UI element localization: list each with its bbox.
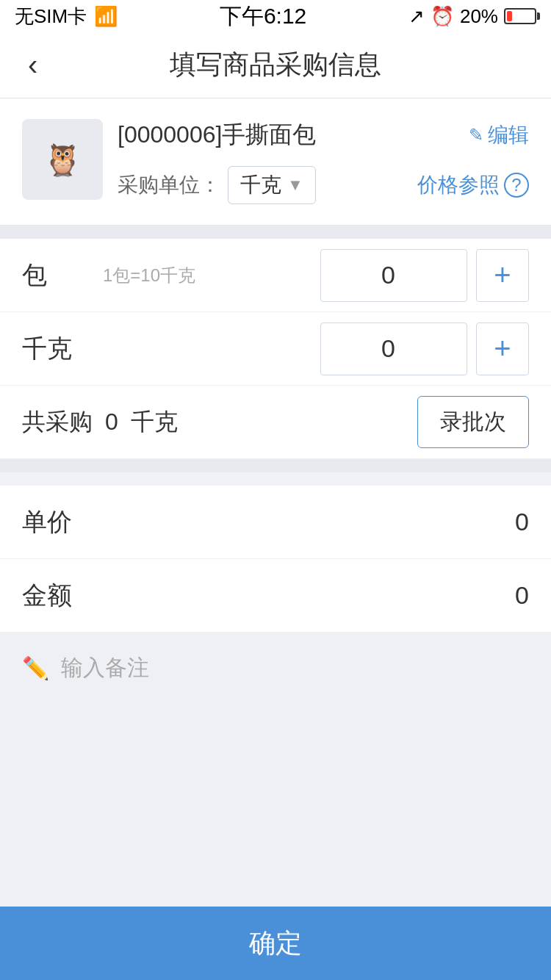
package-plus-button[interactable]: + bbox=[476, 249, 529, 302]
battery-icon bbox=[504, 8, 536, 24]
unit-value: 千克 bbox=[240, 171, 281, 199]
price-reference-button[interactable]: 价格参照 ? bbox=[417, 171, 529, 199]
time-display: 下午6:12 bbox=[220, 1, 306, 32]
product-thumbnail: 🦉 bbox=[22, 119, 103, 200]
edit-label: 编辑 bbox=[488, 121, 529, 149]
confirm-button[interactable]: 确定 bbox=[0, 907, 551, 980]
back-button[interactable]: ‹ bbox=[21, 41, 45, 89]
package-qty-box: + bbox=[320, 249, 529, 302]
notes-section[interactable]: ✏️ 输入备注 bbox=[0, 633, 551, 704]
product-card: 🦉 [0000006]手撕面包 ✎ 编辑 采购单位： 千克 ▼ 价格参照 ? bbox=[0, 98, 551, 226]
status-right: ↗ ⏰ 20% bbox=[408, 5, 536, 28]
amount-label: 金额 bbox=[22, 579, 72, 613]
package-qty-input[interactable] bbox=[320, 249, 467, 302]
kg-input-row: 千克 + bbox=[0, 312, 551, 386]
notes-pencil-icon: ✏️ bbox=[22, 655, 49, 681]
kg-qty-box: + bbox=[320, 323, 529, 375]
purchase-unit-row: 采购单位： 千克 ▼ 价格参照 ? bbox=[118, 166, 529, 204]
product-logo-icon: 🦉 bbox=[43, 142, 82, 178]
kg-qty-input[interactable] bbox=[320, 323, 467, 375]
total-row: 共采购 0 千克 录批次 bbox=[0, 386, 551, 459]
wifi-icon: 📶 bbox=[94, 5, 118, 28]
package-hint: 1包=10千克 bbox=[103, 264, 195, 287]
page-title: 填写商品采购信息 bbox=[170, 47, 381, 83]
total-value: 0 bbox=[105, 408, 118, 435]
unit-select-dropdown[interactable]: 千克 ▼ bbox=[228, 166, 316, 204]
battery-percent: 20% bbox=[460, 5, 498, 28]
bottom-spacer bbox=[0, 704, 551, 936]
price-ref-question-icon: ? bbox=[504, 173, 529, 198]
carrier-label: 无SIM卡 bbox=[15, 4, 87, 29]
package-label: 包 bbox=[22, 259, 96, 292]
kg-plus-button[interactable]: + bbox=[476, 323, 529, 375]
unit-price-value: 0 bbox=[515, 508, 529, 536]
location-icon: ↗ bbox=[408, 5, 425, 28]
separator-1 bbox=[0, 226, 551, 239]
product-info: [0000006]手撕面包 ✎ 编辑 采购单位： 千克 ▼ 价格参照 ? bbox=[118, 119, 529, 204]
product-name: [0000006]手撕面包 bbox=[118, 119, 316, 151]
package-input-row: 包 1包=10千克 + bbox=[0, 239, 551, 312]
status-left: 无SIM卡 📶 bbox=[15, 4, 118, 29]
dropdown-arrow-icon: ▼ bbox=[287, 176, 303, 195]
purchase-unit-label: 采购单位： bbox=[118, 171, 220, 199]
amount-row: 金额 0 bbox=[0, 559, 551, 633]
unit-price-label: 单价 bbox=[22, 505, 72, 539]
kg-label: 千克 bbox=[22, 332, 96, 366]
separator-2 bbox=[0, 459, 551, 472]
unit-price-row: 单价 0 bbox=[0, 486, 551, 559]
amount-value: 0 bbox=[515, 581, 529, 610]
product-name-row: [0000006]手撕面包 ✎ 编辑 bbox=[118, 119, 529, 151]
edit-pencil-icon: ✎ bbox=[469, 125, 483, 145]
price-section: 单价 0 金额 0 bbox=[0, 486, 551, 633]
edit-button[interactable]: ✎ 编辑 bbox=[469, 121, 529, 149]
alarm-icon: ⏰ bbox=[431, 5, 454, 28]
status-bar: 无SIM卡 📶 下午6:12 ↗ ⏰ 20% bbox=[0, 0, 551, 32]
batch-record-button[interactable]: 录批次 bbox=[417, 396, 529, 448]
nav-bar: ‹ 填写商品采购信息 bbox=[0, 32, 551, 98]
input-section: 包 1包=10千克 + 千克 + bbox=[0, 239, 551, 386]
total-label: 共采购 0 千克 bbox=[22, 406, 178, 439]
unit-selector-group: 采购单位： 千克 ▼ bbox=[118, 166, 316, 204]
notes-placeholder: 输入备注 bbox=[61, 653, 149, 683]
price-ref-label: 价格参照 bbox=[417, 171, 500, 199]
